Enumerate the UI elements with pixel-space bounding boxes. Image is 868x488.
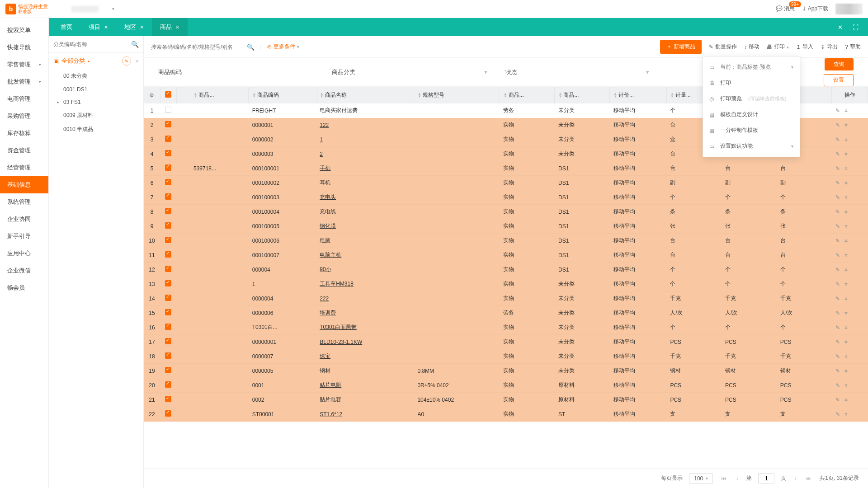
edit-row-button[interactable]: ✎ [835,180,840,186]
sort-icon[interactable]: ▲▼ [320,93,324,98]
product-name-link[interactable]: 手机 [320,165,330,171]
print-preview[interactable]: ◎打印预览(可编辑当前模板) [703,91,800,107]
edit-row-button[interactable]: ✎ [835,353,840,360]
more-row-button[interactable]: ⌗ [844,310,848,316]
edit-row-button[interactable]: ✎ [835,122,840,128]
avatar[interactable] [835,4,863,14]
tenant-select[interactable]: ▾ [58,4,128,14]
row-checkbox[interactable] [165,237,171,243]
add-product-button[interactable]: ＋ 新增商品 [660,40,702,54]
sort-icon[interactable]: ▲▼ [504,93,507,98]
filter-code-input[interactable] [187,66,314,79]
edit-row-button[interactable]: ✎ [835,382,840,389]
edit-row-button[interactable]: ✎ [835,339,840,345]
product-name-link[interactable]: 222 [320,296,329,302]
tree-node[interactable]: 0001 DS1 [55,83,143,96]
more-row-button[interactable]: ⌗ [844,165,848,172]
row-checkbox[interactable] [165,179,171,185]
more-row-button[interactable]: ⌗ [844,411,848,418]
collapse-tree-button[interactable]: « [136,58,139,64]
product-name-link[interactable]: 1 [320,136,323,143]
nav-item[interactable]: 资金管理 [0,142,48,159]
product-name-link[interactable]: 90小 [320,266,331,272]
nav-item[interactable]: 企业微信 [0,262,48,279]
edit-row-button[interactable]: ✎ [835,296,840,302]
row-checkbox[interactable] [165,266,171,272]
more-row-button[interactable]: ⌗ [844,281,848,287]
select-all-checkbox[interactable] [165,91,171,98]
sort-icon[interactable]: ▲▼ [418,93,421,98]
more-row-button[interactable]: ⌗ [844,223,848,230]
tree-node[interactable]: 0009 原材料 [55,108,143,122]
row-checkbox[interactable] [165,309,171,315]
edit-row-button[interactable]: ✎ [835,108,840,114]
edit-tree-button[interactable]: ✎ [122,56,131,66]
column-header[interactable]: ▲▼计价... [610,87,667,103]
nav-item[interactable]: 经营管理 [0,159,48,176]
sort-icon[interactable]: ▲▼ [252,93,256,98]
more-row-button[interactable]: ⌗ [844,238,848,244]
sort-icon[interactable]: ▲▼ [670,93,674,98]
query-button[interactable]: 查询 [825,58,854,70]
edit-row-button[interactable]: ✎ [835,267,840,273]
product-name-link[interactable]: 贴片电阻 [320,382,341,388]
batch-button[interactable]: ✎批量操作 [709,43,737,51]
print-custom[interactable]: ▤模板自定义设计 [703,107,800,122]
tab[interactable]: 商品✕ [152,18,188,36]
nav-item[interactable]: 畅会员 [0,279,48,296]
product-name-link[interactable]: 珠宝 [320,353,330,359]
app-download-link[interactable]: ⤓ App下载 [802,5,828,13]
tab[interactable]: 项目✕ [80,18,116,36]
next-page-button[interactable]: › [793,474,798,483]
print-do[interactable]: 🖶打印 [703,75,800,91]
print-onemin[interactable]: ▦一分钟制作模板 [703,122,800,138]
product-name-link[interactable]: BLD10-23-1.1KW [320,339,362,345]
row-checkbox[interactable] [165,381,171,388]
print-current[interactable]: ▭当前：商品标签-预览▾ [703,59,800,75]
edit-row-button[interactable]: ✎ [835,368,840,374]
product-name-link[interactable]: 工具车HM318 [320,281,354,287]
more-row-button[interactable]: ⌗ [844,194,848,201]
close-icon[interactable]: ✕ [104,24,108,30]
import-button[interactable]: ↥导入 [796,43,813,51]
page-input[interactable] [758,473,774,483]
more-row-button[interactable]: ⌗ [844,136,848,143]
nav-item[interactable]: 库存核算 [0,125,48,142]
product-name-link[interactable]: 2 [320,151,323,157]
product-name-link[interactable]: 钢化膜 [320,223,336,229]
product-name-link[interactable]: ST1.6*12 [320,411,342,418]
print-button[interactable]: 🖶打印▴ [767,43,789,51]
tab[interactable]: 地区✕ [116,18,152,36]
nav-item[interactable]: 批发管理▾ [0,73,48,90]
prev-page-button[interactable]: ‹ [735,474,740,483]
row-checkbox[interactable] [165,352,171,359]
filter-category-select[interactable]: ▾ [361,66,487,79]
row-checkbox[interactable] [165,367,171,373]
settings-button[interactable]: 设置 [824,74,854,86]
nav-item[interactable]: 系统管理 [0,193,48,211]
more-row-button[interactable]: ⌗ [844,267,848,273]
column-header[interactable]: ▲▼商品编码 [249,87,316,103]
row-checkbox[interactable] [165,164,171,171]
row-checkbox[interactable] [165,338,171,344]
nav-item[interactable]: 零售管理▾ [0,56,48,73]
edit-row-button[interactable]: ✎ [835,151,840,157]
edit-row-button[interactable]: ✎ [835,324,840,331]
product-name-link[interactable]: T0301白面黑带 [320,324,357,330]
tree-node[interactable]: 0010 半成品 [55,122,143,136]
filter-status-select[interactable]: ▾ [523,66,649,79]
tree-search-input[interactable] [53,41,131,47]
edit-row-button[interactable]: ✎ [835,165,840,172]
more-row-button[interactable]: ⌗ [844,353,848,360]
more-row-button[interactable]: ⌗ [844,151,848,157]
row-checkbox[interactable] [165,410,171,417]
tab-close-button[interactable]: ✕ [835,22,845,33]
product-name-link[interactable]: 耳机 [320,179,330,186]
product-name-link[interactable]: 充电线 [320,208,336,215]
row-checkbox[interactable] [165,222,171,229]
first-page-button[interactable]: ⏮ [719,474,728,483]
column-header[interactable]: ▲▼商品... [555,87,610,103]
per-page-select[interactable]: 100▾ [689,473,713,484]
edit-row-button[interactable]: ✎ [835,310,840,316]
column-header[interactable]: ▲▼商品... [500,87,555,103]
